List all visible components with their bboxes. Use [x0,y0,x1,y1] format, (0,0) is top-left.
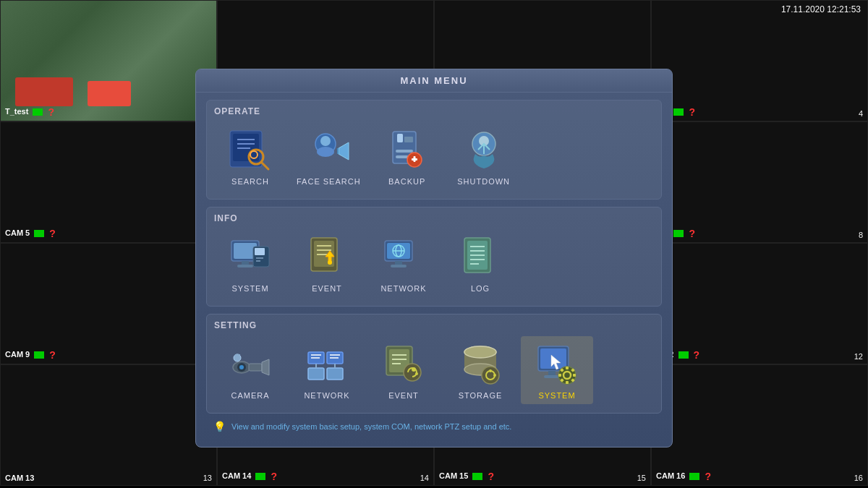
cam-status-15 [472,473,482,480]
setting-camera-button[interactable]: CAMERA [214,336,286,404]
cam-cell-16[interactable]: CAM 16 ? 16 [651,364,868,486]
svg-rect-27 [242,261,249,265]
cam-number-4: 4 [859,109,863,118]
svg-marker-57 [262,359,269,375]
svg-point-85 [493,374,496,377]
svg-rect-30 [255,248,265,255]
svg-rect-88 [548,371,556,375]
cam-status-16 [689,473,699,480]
setting-network-button[interactable]: NETWORK [291,336,363,404]
datetime-display: 17.11.2020 12:21:53 [781,4,861,14]
cam-alert-12: ? [694,349,700,361]
info-log-icon-container [457,234,503,280]
setting-camera-label: CAMERA [231,391,269,400]
svg-rect-95 [558,374,561,377]
hint-bar: 💡 View and modify system basic setup, sy… [196,418,672,435]
info-system-button[interactable]: SYSTEM [214,229,286,297]
cam-number-16: 16 [854,474,863,482]
svg-point-82 [482,367,499,384]
cam-label-5: CAM 5 ? [5,228,56,239]
cam-alert-15: ? [488,471,494,482]
cam-status-4 [673,108,684,116]
cam-status-8 [673,230,684,237]
info-network-label: NETWORK [380,284,426,293]
setting-camera-icon [229,342,272,385]
cam-label-13: CAM 13 [5,474,34,482]
shutdown-button[interactable]: SHUTDOWN [448,122,520,190]
cam-alert-14: ? [271,471,277,482]
hint-icon: 💡 [213,421,226,432]
info-event-button[interactable]: EVENT [291,229,363,297]
svg-rect-93 [566,367,569,369]
setting-section-title: SETTING [214,320,654,330]
svg-point-39 [328,260,332,265]
setting-system-label: SYSTEM [538,391,575,400]
svg-point-84 [489,369,492,372]
cam-cell-4[interactable]: M 4 ? 4 [651,0,868,121]
cam-cell-12[interactable]: M 12 ? 12 [651,243,868,364]
info-log-label: LOG [471,284,490,293]
cam-number-14: 14 [420,474,429,482]
svg-rect-18 [397,134,403,142]
setting-system-button[interactable]: SYSTEM [521,336,593,404]
search-button[interactable]: SEARCH [214,122,286,190]
cam-cell-8[interactable]: M 8 ? 8 [651,121,868,243]
svg-line-6 [261,162,268,169]
backup-icon-container [384,127,430,173]
cam-alert-16: ? [705,471,711,482]
info-section-title: INFO [214,213,654,223]
cam-number-12: 12 [854,352,863,361]
setting-storage-icon-container [457,341,503,387]
svg-marker-11 [339,142,349,160]
cam-status-5 [34,230,44,237]
backup-icon [386,128,429,171]
search-icon [229,128,272,171]
face-search-button[interactable]: FACE SEARCH [291,122,367,190]
info-event-icon-container [304,234,350,280]
cam-label-14: CAM 14 ? [222,471,277,482]
cam-cell-1[interactable]: T_test ? [0,0,217,121]
info-network-button[interactable]: NETWORK [367,229,440,297]
cam-label-1: T_test ? [5,106,54,118]
setting-network-label: NETWORK [304,391,349,400]
cam-status-14 [255,473,265,480]
cam-alert-1: ? [48,106,55,118]
backup-button[interactable]: BACKUP [371,122,443,190]
cam-cell-9[interactable]: CAM 9 ? [0,243,217,364]
info-log-button[interactable]: LOG [444,229,516,297]
search-label: SEARCH [231,177,269,186]
setting-storage-button[interactable]: STORAGE [444,336,516,404]
info-section: INFO SYSTEM [206,207,662,307]
cam-status-12 [678,351,689,359]
setting-camera-icon-container [227,341,273,387]
svg-rect-62 [308,368,324,380]
cam-cell-5[interactable]: CAM 5 ? [0,121,217,243]
cam-number-13: 13 [203,474,212,482]
svg-rect-46 [391,265,407,267]
cam-alert-8: ? [689,228,695,239]
cam-alert-5: ? [49,228,56,239]
svg-rect-12 [337,148,339,154]
setting-network-icon [305,342,349,385]
svg-rect-56 [249,364,262,371]
setting-event-icon-container [380,341,427,387]
setting-event-button[interactable]: EVENT [367,336,440,404]
svg-rect-21 [413,156,415,162]
setting-system-icon-container [534,341,580,387]
setting-system-icon [535,342,579,385]
cam-cell-13[interactable]: CAM 13 13 [0,364,217,486]
info-system-label: SYSTEM [231,284,268,293]
setting-section: SETTING CAMERA [206,314,662,414]
operate-section: OPERATE SEARCH [206,100,662,200]
svg-point-9 [320,136,331,146]
setting-storage-label: STORAGE [459,391,503,400]
svg-rect-15 [404,137,413,142]
svg-rect-63 [327,368,343,380]
svg-point-81 [464,346,496,358]
cam-status-9 [34,351,44,359]
hint-text: View and modify system basic setup, syst… [231,422,511,431]
svg-point-76 [412,367,416,372]
setting-storage-icon [459,342,502,385]
search-icon-container [227,127,273,173]
info-event-icon [305,235,349,278]
